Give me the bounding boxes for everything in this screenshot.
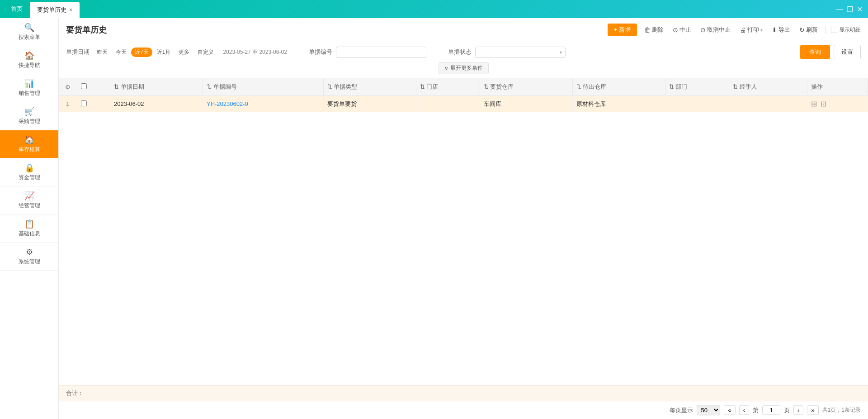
sidebar-item-operations[interactable]: 📈 经营管理 [0,186,58,214]
date-filter-label: 单据日期 [66,48,90,56]
filter-row-1: 单据日期 昨天 今天 近7天 近1月 更多 自定义 2023-05-27 至 2… [66,45,861,59]
inventory-icon: 🏠 [24,136,34,144]
pagination-bar: 每页显示 50 20 100 « ‹ 第 页 › » 共1页，1条记录 [59,401,868,419]
sidebar-item-quicknav[interactable]: 🏠 快捷导航 [0,46,58,74]
table-header-row: ⚙ ⇅ 单据日期 ⇅ 单据编号 ⇅ [59,78,868,96]
tab-requisition-history[interactable]: 要货单历史 × [30,2,80,18]
show-detail-toggle[interactable]: 显示明细 [831,26,861,34]
minimize-icon[interactable]: — [836,5,843,13]
column-checkbox-header [77,78,110,96]
doc-no-link[interactable]: YH-20230602-0 [207,100,248,107]
refresh-button[interactable]: ↻ 刷新 [797,24,820,36]
first-page-button[interactable]: « [724,405,735,415]
sales-icon: 📊 [24,80,34,88]
next-page-button[interactable]: › [793,405,803,415]
page-number-input[interactable] [762,405,780,415]
row-pending-warehouse-cell: 原材料仓库 [572,96,665,112]
toolbar: + 新增 🗑 删除 ⊙ 中止 ⊙ 取消中止 🖨 打印 ▾ [608,24,861,36]
row-checkbox[interactable] [81,100,87,106]
row-handler-cell [729,96,807,112]
purchase-icon: 🛒 [24,108,34,116]
sort-req-warehouse-icon: ⇅ [484,83,489,90]
doc-no-input[interactable] [336,47,426,58]
column-req-warehouse-header[interactable]: ⇅ 要货仓库 [480,78,572,96]
delete-icon: 🗑 [644,26,651,33]
query-button[interactable]: 查询 [800,45,830,59]
date-option-custom[interactable]: 自定义 [194,48,217,57]
last-page-button[interactable]: » [807,405,818,415]
page-size-label: 每页显示 [670,406,693,414]
page-total-info: 共1页，1条记录 [822,406,861,414]
row-store-cell [416,96,480,112]
delete-button[interactable]: 🗑 删除 [642,24,665,36]
sidebar-item-finance[interactable]: 🔒 资金管理 [0,158,58,186]
top-bar: 首页 要货单历史 × — ❐ ✕ [0,0,868,18]
column-type-header[interactable]: ⇅ 单据类型 [323,78,416,96]
sort-date-icon: ⇅ [114,83,119,90]
row-date-cell: 2023-06-02 [110,96,203,112]
row-operation-cell: ⊞ ⊡ [807,96,868,112]
date-options: 昨天 今天 近7天 近1月 更多 自定义 [93,48,217,57]
total-label: 合计： [66,390,84,396]
sidebar-item-purchase[interactable]: 🛒 采购管理 [0,102,58,130]
filter-buttons: 查询 设置 [800,45,861,59]
row-type-cell: 要货单要货 [323,96,416,112]
tab-home[interactable]: 首页 [4,0,30,18]
data-table: ⚙ ⇅ 单据日期 ⇅ 单据编号 ⇅ [59,78,868,112]
sort-pending-warehouse-icon: ⇅ [576,83,581,90]
search-icon: 🔍 [24,24,34,32]
row-dept-cell [665,96,729,112]
tab-close-icon[interactable]: × [69,7,72,13]
column-dept-header[interactable]: ⇅ 部门 [665,78,729,96]
sidebar-item-sales[interactable]: 📊 销售管理 [0,74,58,102]
filter-settings-button[interactable]: 设置 [834,45,861,59]
new-button[interactable]: + 新增 [608,24,637,36]
column-no-header[interactable]: ⇅ 单据编号 [203,78,323,96]
page-end-word: 页 [784,406,790,414]
restore-icon[interactable]: ❐ [847,5,853,14]
date-option-1month[interactable]: 近1月 [153,48,175,57]
row-checkbox-cell [77,96,110,112]
status-label: 单据状态 [448,48,472,56]
sort-store-icon: ⇅ [420,83,425,90]
column-handler-header[interactable]: ⇅ 经手人 [729,78,807,96]
row-more-icon[interactable]: ⊡ [821,100,826,108]
date-option-7days[interactable]: 近7天 [131,48,152,57]
refresh-icon: ↻ [799,26,805,33]
sort-dept-icon: ⇅ [669,83,674,90]
status-select[interactable] [475,47,566,58]
content-area: 要货单历史 + 新增 🗑 删除 ⊙ 中止 ⊙ 取消中止 🖨 打印 [59,18,868,419]
row-edit-icon[interactable]: ⊞ [811,100,817,108]
row-req-warehouse-cell: 车间库 [480,96,572,112]
export-button[interactable]: ⬇ 导出 [770,24,792,36]
date-option-yesterday[interactable]: 昨天 [93,48,111,57]
print-button[interactable]: 🖨 打印 ▾ [738,24,764,36]
row-num-cell: 1 [59,96,77,112]
date-option-more[interactable]: 更多 [175,48,193,57]
finance-icon: 🔒 [24,164,34,172]
expand-more-button[interactable]: ∨ 展开更多条件 [439,62,489,74]
column-store-header[interactable]: ⇅ 门店 [416,78,480,96]
column-settings-header[interactable]: ⚙ [59,78,77,96]
sidebar-item-basic-info[interactable]: 📋 基础信息 [0,214,58,243]
close-icon[interactable]: ✕ [857,5,863,14]
chevron-down-icon: ∨ [444,65,448,71]
date-option-today[interactable]: 今天 [112,48,130,57]
sidebar-item-system[interactable]: ⚙ 系统管理 [0,243,58,271]
show-detail-checkbox[interactable] [831,27,837,33]
prev-page-button[interactable]: ‹ [739,405,749,415]
sidebar-item-search[interactable]: 🔍 搜索菜单 [0,18,58,46]
sort-handler-icon: ⇅ [733,83,738,90]
select-all-checkbox[interactable] [81,83,87,89]
row-no-cell: YH-20230602-0 [203,96,323,112]
column-date-header[interactable]: ⇅ 单据日期 [110,78,203,96]
sort-type-icon: ⇅ [327,83,332,90]
column-pending-warehouse-header[interactable]: ⇅ 待出仓库 [572,78,665,96]
stop-button[interactable]: ⊙ 中止 [671,24,693,36]
home-icon: 🏠 [24,52,34,60]
page-size-select[interactable]: 50 20 100 [697,405,720,415]
table-footer: 合计： [59,385,868,401]
status-select-wrapper: ▾ [475,47,566,58]
sidebar-item-inventory[interactable]: 🏠 库存核算 [0,130,58,158]
cancel-stop-button[interactable]: ⊙ 取消中止 [698,24,732,36]
